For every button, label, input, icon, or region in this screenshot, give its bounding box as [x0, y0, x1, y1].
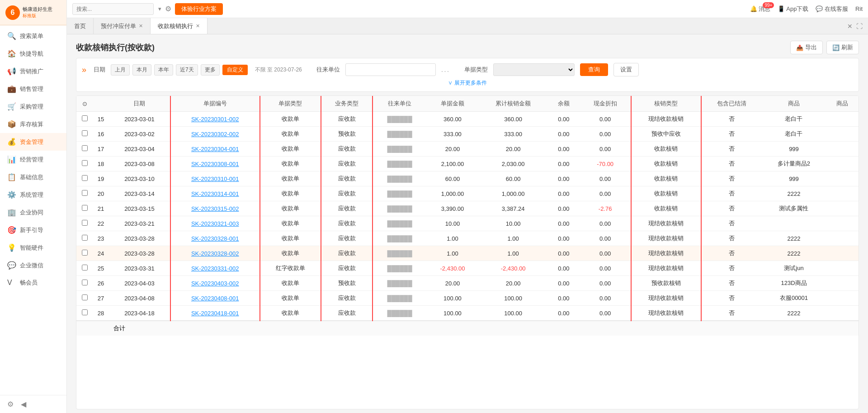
table-row[interactable]: 19 2023-03-10 SK-20230310-001 收款单 应收款 ██… — [76, 171, 859, 186]
sidebar-item-system[interactable]: ⚙️ 系统管理 — [0, 186, 66, 204]
td-checkbox[interactable] — [76, 216, 93, 231]
tab-home[interactable]: 首页 — [67, 18, 94, 34]
table-row[interactable]: 18 2023-03-08 SK-20230308-001 收款单 应收款 ██… — [76, 157, 859, 171]
filter-collapse-icon[interactable]: » — [82, 65, 86, 75]
td-verify-amount: 10.00 — [479, 216, 547, 231]
table-row[interactable]: 28 2023-04-18 SK-20230418-001 收款单 应收款 ██… — [76, 306, 859, 321]
td-bill-no[interactable]: SK-20230301-002 — [170, 112, 260, 127]
td-checkbox[interactable] — [76, 231, 93, 246]
td-checkbox[interactable] — [76, 112, 93, 127]
query-button[interactable]: 查询 — [580, 63, 608, 76]
td-bill-type: 收款单 — [260, 171, 321, 186]
table-row[interactable]: 16 2023-03-02 SK-20230302-002 收款单 预收款 ██… — [76, 127, 859, 142]
sidebar-item-sales[interactable]: 💼 销售管理 — [0, 80, 66, 98]
date-last-month[interactable]: 上月 — [111, 64, 130, 76]
message-icon[interactable]: 🔔 消息 99+ — [750, 5, 771, 13]
tab-payable-close[interactable]: ✕ — [139, 23, 143, 29]
sidebar-item-wechat[interactable]: 💬 企业微信 — [0, 256, 66, 274]
tab-receipt-close[interactable]: ✕ — [196, 23, 200, 29]
table-row[interactable]: 20 2023-03-14 SK-20230314-001 收款单 应收款 ██… — [76, 186, 859, 201]
table-row[interactable]: 21 2023-03-15 SK-20230315-002 收款单 应收款 ██… — [76, 201, 859, 216]
unit-input[interactable] — [345, 63, 436, 76]
td-checkbox[interactable] — [76, 261, 93, 276]
filter-expand[interactable]: ∨ 展开更多条件 — [82, 79, 853, 87]
td-bill-no[interactable]: SK-20230321-003 — [170, 216, 260, 231]
td-checkbox[interactable] — [76, 291, 93, 306]
td-bill-no[interactable]: SK-20230418-001 — [170, 306, 260, 321]
td-bill-no[interactable]: SK-20230328-001 — [170, 231, 260, 246]
export-button[interactable]: 📤 导出 — [790, 41, 823, 54]
sidebar-item-hardware[interactable]: 💡 智能硬件 — [0, 239, 66, 256]
table-row[interactable]: 15 2023-03-01 SK-20230301-002 收款单 应收款 ██… — [76, 112, 859, 127]
table-row[interactable]: 25 2023-03-31 SK-20230331-002 红字收款单 应收款 … — [76, 261, 859, 276]
refresh-button[interactable]: 🔄 刷新 — [826, 41, 859, 54]
td-checkbox[interactable] — [76, 127, 93, 142]
td-checkbox[interactable] — [76, 201, 93, 216]
online-service[interactable]: 💬 在线客服 — [816, 5, 848, 13]
td-bill-no[interactable]: SK-20230314-001 — [170, 186, 260, 201]
td-bill-no[interactable]: SK-20230328-002 — [170, 246, 260, 261]
date-this-month[interactable]: 本月 — [132, 64, 151, 76]
td-bill-no[interactable]: SK-20230304-001 — [170, 142, 260, 157]
sidebar-item-basic[interactable]: 📋 基础信息 — [0, 168, 66, 186]
th-amount: 单据金额 — [426, 96, 479, 112]
td-bill-no[interactable]: SK-20230308-001 — [170, 157, 260, 171]
table-row[interactable]: 24 2023-03-28 SK-20230328-002 收款单 应收款 ██… — [76, 246, 859, 261]
sidebar-item-operation[interactable]: 📊 经营管理 — [0, 151, 66, 168]
table-row[interactable]: 17 2023-03-04 SK-20230304-001 收款单 应收款 ██… — [76, 142, 859, 157]
table-row[interactable]: 27 2023-04-08 SK-20230408-001 收款单 应收款 ██… — [76, 291, 859, 306]
td-bill-no[interactable]: SK-20230408-001 — [170, 291, 260, 306]
td-amount: 1.00 — [426, 231, 479, 246]
topbar-gear-icon[interactable]: ⚙ — [165, 5, 171, 13]
td-checkbox[interactable] — [76, 186, 93, 201]
date-this-year[interactable]: 本年 — [154, 64, 173, 76]
date-7days[interactable]: 近7天 — [176, 64, 198, 76]
td-biz-type: 应收款 — [321, 171, 373, 186]
system-icon: ⚙️ — [7, 190, 16, 199]
settings-button[interactable]: 设置 — [613, 63, 639, 76]
table-row[interactable]: 23 2023-03-28 SK-20230328-001 收款单 应收款 ██… — [76, 231, 859, 246]
solution-button[interactable]: 体验行业方案 — [175, 3, 223, 15]
td-partner: ██████ — [373, 261, 426, 276]
sidebar-item-enterprise[interactable]: 🏢 企业协同 — [0, 204, 66, 221]
table-row[interactable]: 26 2023-04-03 SK-20230403-002 收款单 预收款 ██… — [76, 276, 859, 291]
tab-payable[interactable]: 预付冲应付单 ✕ — [94, 18, 151, 34]
td-checkbox[interactable] — [76, 276, 93, 291]
tab-receipt[interactable]: 收款核销执行 ✕ — [151, 18, 208, 34]
sidebar-item-inventory[interactable]: 📦 库存核算 — [0, 115, 66, 133]
sidebar-item-finance[interactable]: 💰 资金管理 — [0, 133, 66, 151]
sidebar-item-guide[interactable]: 🎯 新手引导 — [0, 221, 66, 239]
td-checkbox[interactable] — [76, 246, 93, 261]
td-discount: 0.00 — [580, 246, 631, 261]
sidebar-item-member[interactable]: V 畅会员 — [0, 274, 66, 291]
date-custom[interactable]: 自定义 — [222, 65, 248, 75]
td-checkbox[interactable] — [76, 306, 93, 321]
td-bill-no[interactable]: SK-20230331-002 — [170, 261, 260, 276]
td-bill-no[interactable]: SK-20230403-002 — [170, 276, 260, 291]
td-goods2 — [826, 201, 859, 216]
type-select[interactable] — [493, 63, 575, 76]
sidebar-item-marketing[interactable]: 📢 营销推广 — [0, 62, 66, 80]
date-more[interactable]: 更多 — [201, 64, 220, 76]
sidebar-item-search[interactable]: 🔍 搜索菜单 — [0, 27, 66, 45]
td-goods: 老白干 — [761, 112, 826, 127]
collapse-icon[interactable]: ◀ — [21, 400, 26, 408]
table-row[interactable]: 22 2023-03-21 SK-20230321-003 收款单 应收款 ██… — [76, 216, 859, 231]
date-label: 日期 — [94, 66, 105, 74]
td-bill-no[interactable]: SK-20230302-002 — [170, 127, 260, 142]
unit-dots[interactable]: ... — [441, 66, 450, 74]
settings-icon[interactable]: ⚙ — [7, 400, 14, 408]
topbar-search-input[interactable] — [72, 3, 154, 15]
td-bill-no[interactable]: SK-20230315-002 — [170, 201, 260, 216]
sidebar-item-quicknav[interactable]: 🏠 快捷导航 — [0, 45, 66, 62]
td-checkbox[interactable] — [76, 157, 93, 171]
td-bill-no[interactable]: SK-20230310-001 — [170, 171, 260, 186]
td-checkbox[interactable] — [76, 142, 93, 157]
th-settings[interactable]: ⊙ — [76, 96, 93, 112]
tab-close-icon[interactable]: ✕ — [847, 23, 853, 30]
sidebar-item-purchase[interactable]: 🛒 采购管理 — [0, 98, 66, 115]
tab-fullscreen-icon[interactable]: ⛶ — [856, 23, 863, 30]
app-download[interactable]: 📱 App下载 — [778, 5, 808, 13]
td-checkbox[interactable] — [76, 171, 93, 186]
export-icon: 📤 — [796, 44, 803, 51]
